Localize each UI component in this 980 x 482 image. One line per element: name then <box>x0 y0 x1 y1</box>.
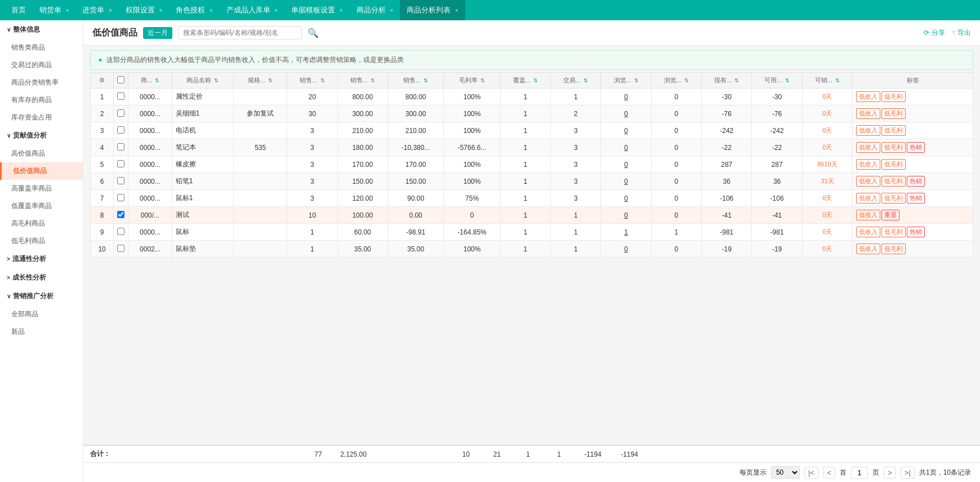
col-view2[interactable]: 浏览... ⇅ <box>651 73 701 89</box>
nav-role[interactable]: 角色授权 × <box>169 0 219 20</box>
col-code[interactable]: 商... ⇅ <box>128 73 172 89</box>
sidebar-item-low-profit[interactable]: 低毛利商品 <box>0 232 83 250</box>
export-button[interactable]: ↑ 导出 <box>952 28 971 38</box>
table-container[interactable]: ⚙ 商... ⇅ 商品名称 ⇅ 规格... ⇅ 销售... ⇅ 销售... ⇅ … <box>90 72 973 445</box>
cell-view1[interactable]: 0 <box>601 139 651 156</box>
sidebar-item-all-goods[interactable]: 全部商品 <box>0 306 83 323</box>
footer-trade: 21 <box>482 450 513 458</box>
cell-view1[interactable]: 0 <box>601 241 651 258</box>
cell-view1[interactable]: 0 <box>601 105 651 122</box>
sidebar-group-contribution[interactable]: ∨贡献值分析 <box>0 126 83 145</box>
nav-home[interactable]: 首页 <box>5 0 33 20</box>
table-row: 9 0000... 鼠标 1 60.00 -98.91 -164.85% 1 1… <box>91 224 973 241</box>
col-current[interactable]: 现有... ⇅ <box>702 73 752 89</box>
sidebar-item-high-value[interactable]: 高价值商品 <box>0 145 83 162</box>
prev-page-btn[interactable]: < <box>823 467 835 479</box>
col-checkbox[interactable] <box>114 73 128 89</box>
view1-link[interactable]: 1 <box>624 228 628 236</box>
cell-sale-price: 180.00 <box>337 139 387 156</box>
view1-link[interactable]: 0 <box>624 161 628 169</box>
data-table: ⚙ 商... ⇅ 商品名称 ⇅ 规格... ⇅ 销售... ⇅ 销售... ⇅ … <box>90 72 973 258</box>
cell-view1[interactable]: 0 <box>601 173 651 190</box>
view1-link[interactable]: 0 <box>624 245 628 253</box>
cell-available: -19 <box>752 241 802 258</box>
view1-link[interactable]: 0 <box>624 194 628 202</box>
sidebar-item-category-rate[interactable]: 商品分类销售率 <box>0 74 83 91</box>
cell-view1[interactable]: 0 <box>601 122 651 139</box>
col-available[interactable]: 可用... ⇅ <box>752 73 802 89</box>
tag: 低毛利 <box>881 159 906 170</box>
cell-checkbox[interactable] <box>114 105 128 122</box>
tag: 低毛利 <box>881 142 906 153</box>
table-row: 10 0002... 鼠标垫 1 35.00 35.00 100% 1 1 0 … <box>91 241 973 258</box>
cell-view1[interactable]: 0 <box>601 207 651 224</box>
cell-checkbox[interactable] <box>114 173 128 190</box>
cell-checkbox[interactable] <box>114 224 128 241</box>
sidebar-item-high-coverage[interactable]: 高覆盖率商品 <box>0 180 83 197</box>
page-size-select[interactable]: 50 100 200 <box>771 466 800 479</box>
nav-sales[interactable]: 销货单 × <box>33 0 75 20</box>
cell-checkbox[interactable] <box>114 89 128 105</box>
date-badge[interactable]: 近一月 <box>143 27 172 39</box>
last-page-btn[interactable]: >| <box>901 467 915 479</box>
sidebar-item-low-coverage[interactable]: 低覆盖率商品 <box>0 197 83 215</box>
cell-current: -41 <box>702 207 752 224</box>
sidebar-item-inventory-capital[interactable]: 库存资金占用 <box>0 109 83 126</box>
nav-analysis[interactable]: 商品分析 × <box>350 0 400 20</box>
view1-link[interactable]: 0 <box>624 211 628 219</box>
col-sellable[interactable]: 可销... ⇅ <box>802 73 852 89</box>
col-name[interactable]: 商品名称 ⇅ <box>172 73 233 89</box>
next-page-btn[interactable]: > <box>884 467 896 479</box>
sidebar-group-growth[interactable]: >成长性分析 <box>0 268 83 287</box>
nav-purchase[interactable]: 进货单 × <box>75 0 118 20</box>
nav-analysis-list[interactable]: 商品分析列表 × <box>400 0 465 20</box>
col-sale-price[interactable]: 销售... ⇅ <box>337 73 387 89</box>
sidebar-item-stock-goods[interactable]: 有库存的商品 <box>0 91 83 109</box>
cell-tags: 低收入重置 <box>853 207 973 224</box>
page-number-input[interactable] <box>851 467 868 479</box>
cell-view2: 0 <box>651 89 701 105</box>
search-icon[interactable]: 🔍 <box>308 28 319 38</box>
view1-link[interactable]: 0 <box>624 144 628 152</box>
cell-code: 0000... <box>128 122 172 139</box>
sidebar-item-high-profit[interactable]: 高毛利商品 <box>0 215 83 232</box>
cell-checkbox[interactable] <box>114 156 128 173</box>
day-text: 0天 <box>822 228 832 235</box>
sidebar-item-low-value[interactable]: 低价值商品 <box>0 162 83 180</box>
cell-view1[interactable]: 0 <box>601 89 651 105</box>
cell-checkbox[interactable] <box>114 207 128 224</box>
cell-view1[interactable]: 0 <box>601 190 651 207</box>
view1-link[interactable]: 0 <box>624 178 628 185</box>
cell-checkbox[interactable] <box>114 122 128 139</box>
sidebar-group-liquidity[interactable]: >流通性分析 <box>0 250 83 268</box>
col-sale-amount[interactable]: 销售... ⇅ <box>387 73 443 89</box>
sidebar-item-new-goods[interactable]: 新品 <box>0 323 83 341</box>
cell-available: -76 <box>752 105 802 122</box>
cell-checkbox[interactable] <box>114 190 128 207</box>
sidebar-item-sales-goods[interactable]: 销售类商品 <box>0 39 83 56</box>
sidebar-item-traded-goods[interactable]: 交易过的商品 <box>0 56 83 74</box>
cell-view1[interactable]: 1 <box>601 224 651 241</box>
col-gross-rate[interactable]: 毛利率 ⇅ <box>444 73 500 89</box>
cell-checkbox[interactable] <box>114 139 128 156</box>
cell-view1[interactable]: 0 <box>601 156 651 173</box>
col-sale-qty[interactable]: 销售... ⇅ <box>287 73 337 89</box>
nav-template[interactable]: 单据模板设置 × <box>284 0 349 20</box>
search-input[interactable] <box>178 26 302 39</box>
first-page-btn[interactable]: |< <box>804 467 818 479</box>
nav-permission[interactable]: 权限设置 × <box>119 0 169 20</box>
sidebar-group-overall[interactable]: ∨整体信息 <box>0 20 83 39</box>
nav-production[interactable]: 产成品入库单 × <box>220 0 284 20</box>
cell-checkbox[interactable] <box>114 241 128 258</box>
view1-link[interactable]: 0 <box>624 127 628 135</box>
col-spec[interactable]: 规格... ⇅ <box>234 73 287 89</box>
view1-link[interactable]: 0 <box>624 110 628 118</box>
sidebar-group-marketing[interactable]: ∨营销推广分析 <box>0 287 83 306</box>
share-button[interactable]: ⟳ 分享 <box>924 28 945 38</box>
cell-view2: 0 <box>651 207 701 224</box>
col-coverage[interactable]: 覆盖... ⇅ <box>500 73 550 89</box>
col-view1[interactable]: 浏览... ⇅ <box>601 73 651 89</box>
col-trade[interactable]: 交易... ⇅ <box>551 73 601 89</box>
col-settings[interactable]: ⚙ <box>91 73 114 89</box>
view1-link[interactable]: 0 <box>624 93 628 101</box>
